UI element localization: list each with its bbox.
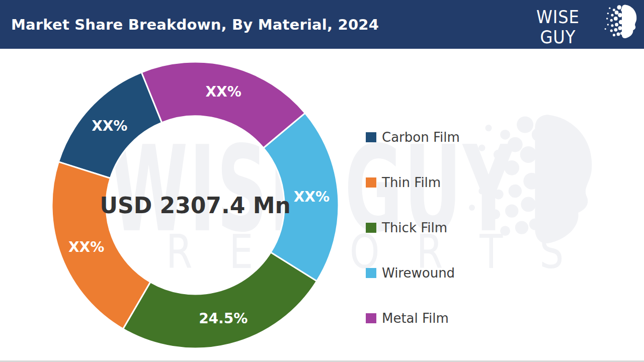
wedge-label-metal-film: XX% [205,83,241,100]
legend-label: Metal Film [382,311,449,326]
legend-item-thick-film: Thick Film [366,220,447,235]
legend-item-metal-film: Metal Film [366,311,449,326]
legend-item-thin-film: Thin Film [366,175,441,190]
wedge-label-thick-film: 24.5% [199,310,248,327]
legend-swatch [366,177,376,188]
legend-label: Thin Film [382,175,441,190]
chart-center-value: USD 2307.4 Mn [100,193,290,218]
legend-label: Thick Film [382,220,447,235]
infographic-page: WISE GUY R E P O R T S XX%XX%24.5%XX%XX%… [0,0,644,362]
wedge-thick-film [123,252,317,348]
legend-swatch [366,223,376,233]
logo-text: WISE GUY REPORTS [511,7,598,56]
legend-label: Carbon Film [382,130,460,145]
page-title: Market Share Breakdown, By Material, 202… [11,16,379,33]
legend-item-carbon-film: Carbon Film [366,130,460,145]
logo-wiseguy-label: WISE GUY [518,7,598,47]
wedge-label-wirewound: XX% [294,189,330,205]
legend-swatch [366,132,376,142]
wedge-label-thin-film: XX% [68,239,104,255]
wedge-label-carbon-film: XX% [92,118,127,134]
watermark-face-dots-icon [439,108,605,274]
legend-swatch [366,268,376,278]
logo-face-dots-icon [597,3,640,46]
logo-reports-label: REPORTS [514,48,598,56]
legend-item-wirewound: Wirewound [366,265,455,281]
header-bar: Market Share Breakdown, By Material, 202… [0,0,644,49]
legend-swatch [366,313,376,323]
legend-label: Wirewound [382,265,455,281]
wise-guy-reports-logo: WISE GUY REPORTS [511,3,637,46]
